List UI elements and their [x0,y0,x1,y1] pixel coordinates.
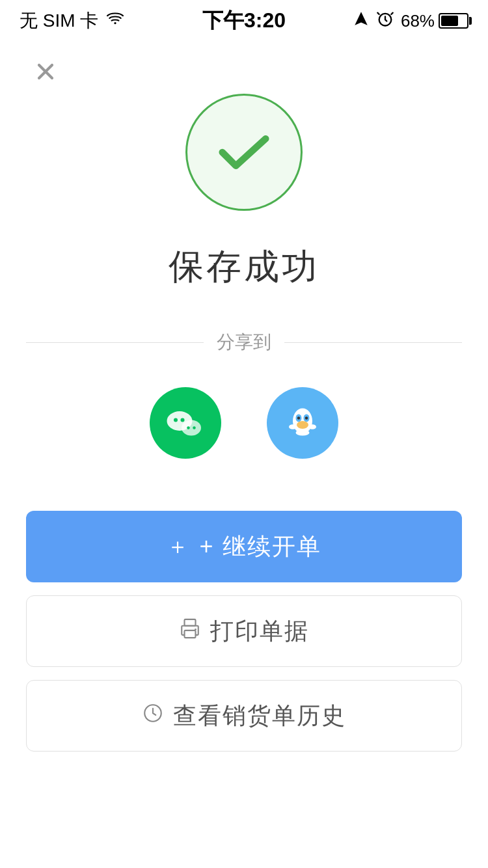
svg-point-0 [115,21,116,23]
status-indicators: 68% [353,10,468,33]
action-buttons: ＋ + 继续开单 打印单据 查看销货单历 [0,511,488,752]
print-icon [179,617,201,645]
history-icon [142,702,164,729]
share-label: 分享到 [217,330,271,355]
carrier-text: 无 SIM 卡 [20,8,98,33]
alarm-icon [376,10,394,33]
battery-icon [439,13,468,29]
history-button[interactable]: 查看销货单历史 [26,680,462,752]
location-icon [353,10,370,32]
svg-point-14 [289,424,297,429]
success-title: 保存成功 [169,243,319,291]
svg-point-3 [174,418,178,422]
svg-rect-19 [185,631,196,638]
svg-point-7 [193,426,196,429]
svg-point-13 [297,421,308,429]
wifi-icon [105,10,126,32]
history-label: 查看销货单历史 [173,700,346,732]
share-icons [26,387,462,459]
status-bar: 无 SIM 卡 下午3:20 68% [0,0,488,42]
share-wechat-button[interactable] [150,387,221,459]
svg-point-15 [308,424,316,429]
svg-point-16 [296,430,310,436]
print-label: 打印单据 [210,616,309,647]
continue-label: + 继续开单 [199,531,321,563]
share-qq-button[interactable] [267,387,338,459]
svg-point-11 [297,416,301,420]
continue-button[interactable]: ＋ + 继续开单 [26,511,462,582]
svg-point-12 [305,416,308,420]
svg-point-4 [181,418,185,422]
close-button[interactable] [26,52,65,91]
wechat-icon [150,387,221,459]
print-button[interactable]: 打印单据 [26,595,462,667]
svg-point-20 [195,629,197,631]
success-circle [185,94,303,211]
svg-point-5 [182,420,201,436]
battery-indicator: 68% [401,11,468,31]
continue-icon: ＋ [167,532,190,562]
main-content: 保存成功 分享到 [0,42,488,752]
share-section: 分享到 [0,330,488,459]
share-divider: 分享到 [26,330,462,355]
status-carrier: 无 SIM 卡 [20,8,126,33]
status-time: 下午3:20 [202,7,286,35]
svg-rect-17 [185,619,196,626]
svg-point-6 [187,426,190,429]
battery-text: 68% [401,11,435,31]
qq-icon [267,387,338,459]
